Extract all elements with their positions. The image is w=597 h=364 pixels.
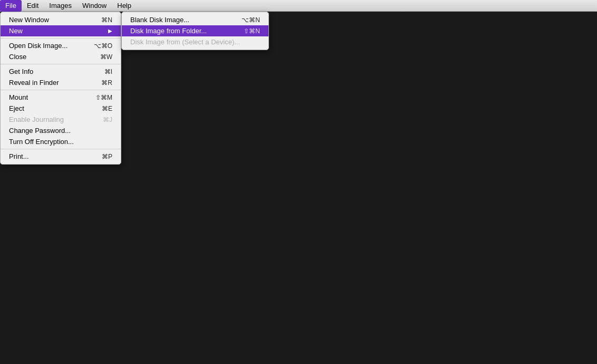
menu-item-print[interactable]: Print... ⌘P [1,151,121,162]
menubar-window-label: Window [82,2,107,9]
file-menu-dropdown: New Window ⌘N New ▶ Open Disk Image... ⌥… [0,12,121,165]
new-submenu-dropdown: Blank Disk Image... ⌥⌘N Disk Image from … [121,12,269,50]
submenu-disk-image-folder-label: Disk Image from Folder... [130,27,233,35]
menu-item-turn-off-encryption[interactable]: Turn Off Encryption... [1,136,121,147]
menu-item-enable-journaling: Enable Journaling ⌘J [1,114,121,125]
separator-4 [1,149,121,149]
submenu-blank-disk-label: Blank Disk Image... [130,16,231,24]
menu-item-open-disk-image-label: Open Disk Image... [9,42,83,50]
menu-item-enable-journaling-label: Enable Journaling [9,116,92,123]
menu-item-eject-shortcut: ⌘E [102,105,112,112]
submenu-item-blank-disk-image[interactable]: Blank Disk Image... ⌥⌘N [122,14,268,25]
menu-item-new-window-shortcut: ⌘N [101,16,112,24]
menu-item-reveal-in-finder-label: Reveal in Finder [9,79,91,87]
menu-item-new-label: New [9,27,105,35]
menu-item-new-window[interactable]: New Window ⌘N [1,14,121,25]
menu-item-open-disk-image-shortcut: ⌥⌘O [94,42,112,50]
submenu-item-disk-image-from-device: Disk Image from (Select a Device)... [122,36,268,47]
menu-item-change-password[interactable]: Change Password... [1,125,121,136]
menubar-images[interactable]: Images [44,0,77,12]
menu-item-enable-journaling-shortcut: ⌘J [103,116,112,123]
menu-item-open-disk-image[interactable]: Open Disk Image... ⌥⌘O [1,40,121,51]
menubar-file-label: File [5,2,16,9]
menubar-images-label: Images [49,2,72,9]
menu-item-change-password-label: Change Password... [9,127,102,135]
separator-2 [1,64,121,64]
menu-item-get-info-shortcut: ⌘I [104,68,112,75]
menu-item-close[interactable]: Close ⌘W [1,51,121,62]
menu-item-mount[interactable]: Mount ⇧⌘M [1,92,121,103]
menu-item-eject[interactable]: Eject ⌘E [1,103,121,114]
menubar-edit[interactable]: Edit [22,0,44,12]
menu-item-new-arrow: ▶ [108,28,112,34]
menu-item-close-shortcut: ⌘W [100,53,112,61]
menu-item-mount-label: Mount [9,93,85,101]
menu-item-new-window-label: New Window [9,16,91,24]
submenu-disk-image-folder-shortcut: ⇧⌘N [244,27,260,35]
menu-item-new[interactable]: New ▶ [1,25,121,36]
menu-item-get-info[interactable]: Get Info ⌘I [1,66,121,77]
menu-item-eject-label: Eject [9,104,91,112]
menubar-help[interactable]: Help [112,0,137,12]
menubar-help-label: Help [117,2,131,9]
menubar-window[interactable]: Window [77,0,112,12]
submenu-blank-disk-shortcut: ⌥⌘N [242,16,260,24]
separator-1 [1,38,121,39]
menu-item-turn-off-encryption-label: Turn Off Encryption... [9,138,102,146]
menu-item-mount-shortcut: ⇧⌘M [95,94,112,101]
menu-item-reveal-in-finder[interactable]: Reveal in Finder ⌘R [1,77,121,88]
submenu-item-disk-image-from-folder[interactable]: Disk Image from Folder... ⇧⌘N [122,25,268,36]
menubar-file[interactable]: File [0,0,22,12]
submenu-disk-image-device-label: Disk Image from (Select a Device)... [130,38,249,46]
separator-3 [1,90,121,90]
menu-item-print-shortcut: ⌘P [102,153,112,160]
menubar-edit-label: Edit [27,2,38,9]
menubar: File Edit Images Window Help [0,0,597,12]
menu-item-print-label: Print... [9,152,91,160]
menu-item-get-info-label: Get Info [9,68,94,75]
menu-item-close-label: Close [9,53,90,61]
menu-item-reveal-in-finder-shortcut: ⌘R [101,79,112,87]
